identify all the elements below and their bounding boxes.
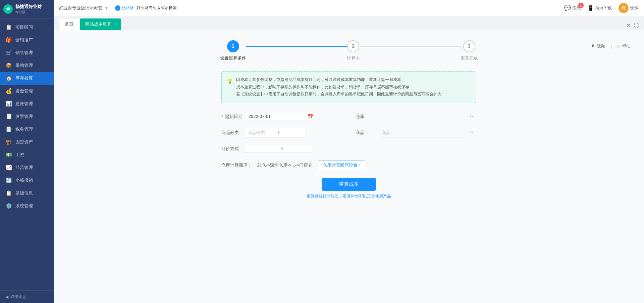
tax-icon: 📑 — [5, 126, 12, 132]
step-3: 3 重算完成 — [461, 40, 478, 61]
sidebar-item-fixedassets[interactable]: 🏗️ 固定资产 — [0, 136, 54, 148]
sidebar-item-marketing[interactable]: 🎁 营销推广 — [0, 34, 54, 46]
warehouse-field: 仓库 ··· — [356, 114, 476, 120]
warehouse-order-value: 总仓->深圳仓库->...->门店仓 — [257, 162, 312, 168]
sidebar-unpin-button[interactable]: ◀ 取消固定 — [0, 290, 54, 303]
sidebar-item-label: 总账管理 — [15, 101, 33, 107]
sidebar-nav: 📋 项目顾问 🎁 营销推广 🛒 销售管理 📦 采购管理 🏠 库存核算 💰 资金管… — [0, 19, 54, 290]
sidebar-item-label: 工资 — [15, 152, 24, 158]
warehouse-label: 仓库 — [356, 114, 376, 120]
pricing-select[interactable]: ▼ — [245, 145, 312, 153]
help-button[interactable]: ⊙ 帮助 — [617, 43, 631, 49]
accounting-icon: 📊 — [5, 101, 12, 107]
tab-expand-icon[interactable]: ⛶ — [634, 23, 639, 28]
phone-icon: 📱 — [588, 5, 594, 11]
category-dropdown-icon: ▼ — [276, 130, 303, 135]
video-button[interactable]: ▶ 视频 — [591, 43, 605, 49]
inventory-icon: 🏠 — [5, 75, 12, 81]
warehouse-order-settings-button[interactable]: 仓库计算顺序设置 › — [318, 160, 365, 170]
message-icon: 💬 — [564, 5, 571, 11]
unpin-icon: ◀ — [5, 295, 8, 299]
category-placeholder: 商品分类 — [248, 130, 274, 136]
step-indicator: 1 设置重算条件 2 计算中 3 重算完成 ▶ 视频 — [67, 40, 631, 61]
account-dropdown-icon: ▼ — [105, 6, 108, 10]
sidebar-item-purchase[interactable]: 📦 采购管理 — [0, 59, 54, 72]
expense-icon: 🔄 — [5, 177, 12, 183]
category-field: 商品分类 商品分类 ▼ — [221, 128, 342, 137]
sidebar-item-label: 项目顾问 — [15, 24, 33, 30]
calendar-icon[interactable]: 📅 — [308, 114, 313, 119]
topbar-right: 💬 消息 1 📱 App下载 珠 珠珠 — [564, 3, 639, 13]
required-mark: * — [221, 114, 223, 119]
submit-btn-label: 重算成本 — [339, 181, 359, 187]
step-2: 2 计算中 — [347, 40, 360, 61]
category-label: 商品分类 — [221, 130, 241, 136]
message-button[interactable]: 💬 消息 1 — [564, 5, 581, 11]
tab-cost-label: 商品成本重算 — [85, 21, 111, 27]
start-date-input[interactable] — [249, 114, 305, 119]
submit-hint: 重算过程耗时较长，重算时您可以正常使用产品 — [221, 193, 476, 199]
sidebar-item-label: 采购管理 — [15, 62, 33, 69]
pricing-label: 计价方式 — [221, 146, 241, 152]
sidebar-item-sales[interactable]: 🛒 销售管理 — [0, 46, 54, 59]
system-icon: ⚙️ — [5, 203, 12, 209]
sidebar-item-inventory[interactable]: 🏠 库存核算 — [0, 72, 54, 85]
sidebar-item-system[interactable]: ⚙️ 系统管理 — [0, 200, 54, 212]
step-1-circle: 1 — [227, 40, 239, 52]
tab-close-window-icon[interactable]: ✕ — [626, 22, 631, 29]
account-selector[interactable]: 好业财专业版演示帐套 ▼ — [59, 5, 108, 11]
sidebar-header: 畅 畅捷通好业财 专业版 — [0, 0, 54, 19]
sidebar-item-label: 资金管理 — [15, 88, 33, 94]
info-content: 因成本计算参数调整，或是对商品成本有疑问时，可以通过成本重算功能，重新计算一遍成… — [236, 76, 441, 98]
goods-label: 商品 — [356, 130, 376, 136]
app-download-button[interactable]: 📱 App下载 — [588, 5, 612, 11]
fixedassets-icon: 🏗️ — [5, 139, 12, 145]
sidebar-item-operation[interactable]: 📈 经营管理 — [0, 161, 54, 174]
form-area: * 起始日期 📅 仓库 ··· 商品分类 — [221, 113, 476, 199]
verified-subtitle: 好业财专业版演示帐套 — [137, 5, 177, 11]
shield-icon: ✓ — [115, 5, 120, 11]
sidebar-item-label: 税务管理 — [15, 126, 33, 132]
form-row-2: 商品分类 商品分类 ▼ 商品 商品 ··· — [221, 128, 476, 137]
sidebar-item-accounting[interactable]: 📊 总账管理 — [0, 97, 54, 110]
submit-area: 重算成本 重算过程耗时较长，重算时您可以正常使用产品 — [221, 178, 476, 199]
sidebar-item-label: 库存核算 — [15, 75, 33, 81]
submit-button[interactable]: 重算成本 — [322, 178, 376, 191]
app-edition: 专业版 — [15, 10, 42, 14]
project-icon: 📋 — [5, 24, 12, 30]
start-date-input-wrapper[interactable]: 📅 — [246, 113, 316, 121]
warehouse-select-button[interactable]: ··· — [470, 114, 476, 120]
user-name: 珠珠 — [630, 5, 639, 11]
category-select[interactable]: 商品分类 ▼ — [245, 128, 305, 137]
sidebar-item-label: 营销推广 — [15, 37, 33, 43]
sidebar-item-label: 小畅报销 — [15, 177, 33, 183]
tab-cost-recalc[interactable]: 商品成本重算 × — [80, 18, 121, 30]
tab-close-icon[interactable]: × — [113, 22, 116, 27]
sidebar-item-salary[interactable]: 💵 工资 — [0, 148, 54, 161]
step-3-label: 重算完成 — [461, 55, 478, 61]
sidebar-item-basic[interactable]: 📋 基础信息 — [0, 187, 54, 200]
sidebar-item-label: 经营管理 — [15, 165, 33, 171]
warehouse-order-prefix: 仓库计算顺序： — [221, 162, 252, 168]
sidebar-item-label: 系统管理 — [15, 203, 33, 209]
form-row-3: 计价方式 ▼ — [221, 145, 476, 153]
start-date-label: * 起始日期 — [221, 114, 243, 120]
verified-text: 已认证 — [122, 5, 134, 11]
goods-select-button[interactable]: ··· — [470, 130, 476, 136]
salary-icon: 💵 — [5, 152, 12, 158]
finance-icon: 💰 — [5, 88, 12, 94]
video-help-area: ▶ 视频 | ⊙ 帮助 — [591, 43, 631, 49]
sidebar-item-finance[interactable]: 💰 资金管理 — [0, 85, 54, 97]
user-avatar-button[interactable]: 珠 珠珠 — [619, 3, 639, 13]
app-title: 畅捷通好业财 — [15, 4, 42, 10]
form-row-1: * 起始日期 📅 仓库 ··· — [221, 113, 476, 121]
sidebar-item-expense[interactable]: 🔄 小畅报销 — [0, 174, 54, 187]
sidebar-item-invoice[interactable]: 🧾 发票管理 — [0, 110, 54, 123]
message-badge: 1 — [578, 3, 584, 8]
info-line-1: 因成本计算参数调整，或是对商品成本有疑问时，可以通过成本重算功能，重新计算一遍成… — [236, 76, 441, 84]
tab-home[interactable]: 首页 — [59, 18, 79, 30]
goods-field: 商品 商品 ··· — [356, 128, 476, 137]
sidebar-item-tax[interactable]: 📑 税务管理 — [0, 123, 54, 136]
purchase-icon: 📦 — [5, 62, 12, 69]
sidebar-item-project[interactable]: 📋 项目顾问 — [0, 21, 54, 34]
